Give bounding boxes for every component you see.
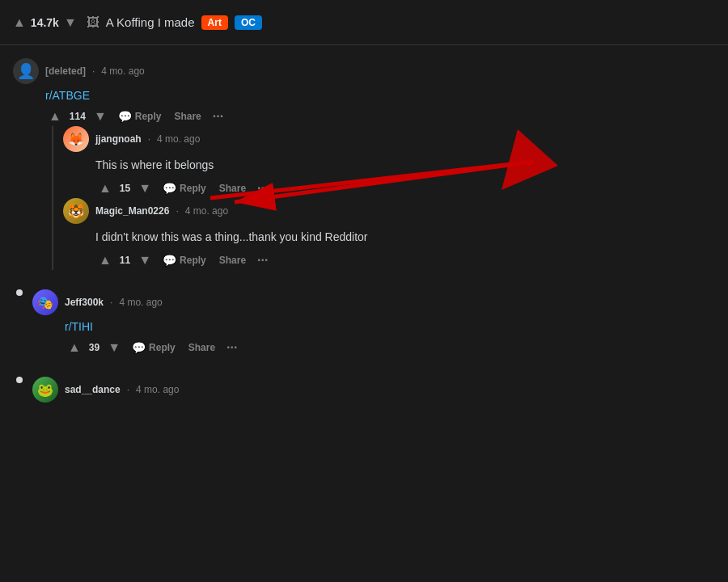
separator-sad-dance: · [127,384,129,395]
upvote-button-jeff[interactable]: ▲ [65,339,84,356]
post-vote-count: 14.7k [31,16,59,29]
separator-jeff: · [110,297,112,308]
avatar-jeff: 🎭 [32,289,58,315]
avatar-emoji-jeff: 🎭 [37,295,53,310]
share-button-magic-man[interactable]: Share [214,251,251,269]
comment-deleted: 👤 [deleted] · 4 mo. ago r/ATBGE ▲ 114 ▼ … [0,52,728,276]
nested-comment-magic-man: 🐯 Magic_Man0226 · 4 mo. ago I didn't kno… [52,198,715,270]
comment-body-jeff: r/TIHI ▲ 39 ▼ 💬 Reply Share ··· [65,320,715,357]
username-sad-dance: sad__dance [65,384,121,395]
downvote-button-jjangnoah[interactable]: ▼ [135,179,154,197]
comment-header-deleted: 👤 [deleted] · 4 mo. ago [13,58,715,84]
downvote-button-jeff[interactable]: ▼ [104,339,124,356]
username-jjangnoah: jjangnoah [95,133,142,145]
comment-actions-jjangnoah: ▲ 15 ▼ 💬 Reply Share ··· [95,179,715,198]
top-bar: ▲ 14.7k ▼ 🖼 A Koffing I made Art OC [0,0,728,45]
upvote-button-jjangnoah[interactable]: ▲ [95,179,115,197]
reply-icon-deleted: 💬 [118,110,132,123]
reply-button-magic-man[interactable]: 💬 Reply [158,251,211,270]
more-button-deleted[interactable]: ··· [210,108,226,125]
avatar-magic-man: 🐯 [63,198,89,224]
reply-icon-jeff: 💬 [132,341,146,354]
more-button-jjangnoah[interactable]: ··· [254,179,271,197]
share-button-deleted[interactable]: Share [169,108,205,125]
share-button-jjangnoah[interactable]: Share [214,179,251,197]
separator-jjangnoah: · [148,133,150,145]
reply-button-jjangnoah[interactable]: 💬 Reply [158,179,211,198]
comment-header-magic-man: 🐯 Magic_Man0226 · 4 mo. ago [63,198,715,224]
post-upvote-button[interactable]: ▲ [13,15,26,30]
share-button-jeff[interactable]: Share [184,339,220,356]
dot-indicator-sad-dance [16,377,23,383]
time-deleted: 4 mo. ago [101,65,144,77]
time-jeff: 4 mo. ago [119,297,162,308]
vote-count-jeff: 39 [87,342,101,353]
tag-oc[interactable]: OC [235,15,262,30]
comment-header-jeff: 🎭 Jeff300k · 4 mo. ago [32,289,715,315]
comment-actions-jeff: ▲ 39 ▼ 💬 Reply Share ··· [65,338,715,357]
more-button-jeff[interactable]: ··· [223,339,240,356]
time-jjangnoah: 4 mo. ago [157,133,200,145]
avatar-emoji-magic-man: 🐯 [68,204,84,219]
dot-indicator-jeff [16,289,23,296]
nested-comment-jjangnoah: 🦊 jjangnoah · 4 mo. ago This is where it… [52,126,715,198]
username-deleted: [deleted] [45,65,86,77]
reply-icon-magic-man: 💬 [163,254,176,267]
upvote-button-magic-man[interactable]: ▲ [95,251,115,269]
comments-section: 👤 [deleted] · 4 mo. ago r/ATBGE ▲ 114 ▼ … [0,45,728,582]
post-title: A Koffing I made [106,15,195,29]
vote-count-magic-man: 11 [118,255,132,266]
avatar-emoji-sad-dance: 🐸 [37,382,53,398]
avatar-emoji-jjangnoah: 🦊 [68,132,84,147]
comment-header-jjangnoah: 🦊 jjangnoah · 4 mo. ago [63,126,715,152]
time-magic-man: 4 mo. ago [185,205,228,217]
post-downvote-button[interactable]: ▼ [64,15,77,30]
comment-jeff: 🎭 Jeff300k · 4 mo. ago r/TIHI ▲ 39 ▼ 💬 R… [0,283,728,364]
reply-icon-jjangnoah: 💬 [163,182,176,195]
vote-count-jjangnoah: 15 [118,183,132,194]
downvote-button-deleted[interactable]: ▼ [91,108,110,125]
username-jeff: Jeff300k [65,297,104,308]
subreddit-link-tihi[interactable]: r/TIHI [65,320,93,333]
comment-body-jjangnoah: This is where it belongs ▲ 15 ▼ 💬 Reply … [95,157,715,198]
timestamp-deleted: · [92,65,95,77]
avatar-deleted: 👤 [13,58,39,84]
username-magic-man: Magic_Man0226 [95,205,169,217]
comment-actions-deleted: ▲ 114 ▼ 💬 Reply Share ··· [45,107,715,126]
comment-body-deleted: r/ATBGE ▲ 114 ▼ 💬 Reply Share ··· [45,89,715,126]
comment-sad-dance: 🐸 sad__dance · 4 mo. ago [0,370,728,414]
more-button-magic-man[interactable]: ··· [254,251,271,269]
comment-text-magic-man: I didn't know this was a thing...thank y… [95,229,715,246]
time-sad-dance: 4 mo. ago [136,384,179,395]
tag-art[interactable]: Art [201,15,228,30]
avatar-jjangnoah: 🦊 [63,126,89,152]
upvote-button-deleted[interactable]: ▲ [45,108,65,125]
comment-body-magic-man: I didn't know this was a thing...thank y… [95,229,715,270]
downvote-button-magic-man[interactable]: ▼ [135,251,154,269]
vote-count-deleted: 114 [68,111,87,122]
post-title-area: 🖼 A Koffing I made Art OC [87,15,262,30]
subreddit-link-atbge[interactable]: r/ATBGE [45,89,90,102]
comment-text-jjangnoah: This is where it belongs [95,157,715,174]
separator-magic-man: · [176,205,178,217]
post-type-icon: 🖼 [87,15,99,30]
avatar-icon: 👤 [17,62,35,80]
comment-actions-magic-man: ▲ 11 ▼ 💬 Reply Share ··· [95,251,715,270]
reply-button-deleted[interactable]: 💬 Reply [113,107,167,126]
reply-button-jeff[interactable]: 💬 Reply [127,338,180,357]
post-vote-area: ▲ 14.7k ▼ [13,15,77,30]
comment-header-sad-dance: 🐸 sad__dance · 4 mo. ago [32,377,715,403]
avatar-sad-dance: 🐸 [32,377,58,403]
